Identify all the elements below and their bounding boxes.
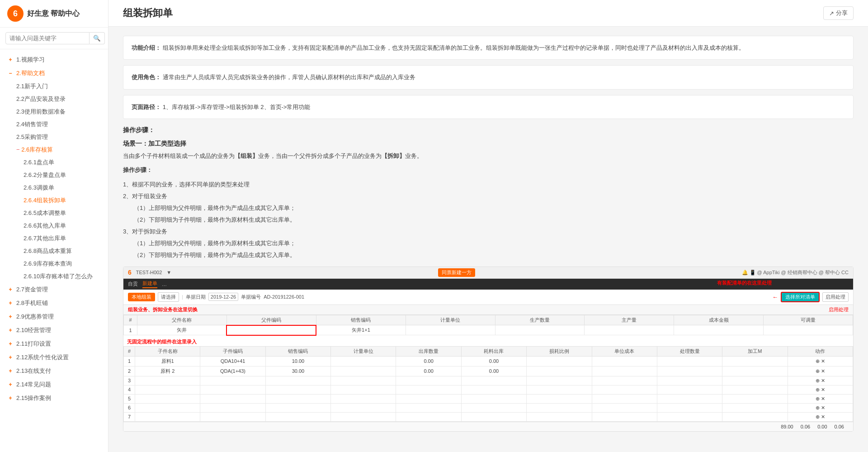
mock-separator: | (182, 294, 183, 300)
plus-icon-3: + (7, 300, 14, 306)
table-row: 1 原料1 QDA10+41 10.00 0.00 0.00 (124, 356, 853, 366)
b-td-out2: 0.00 (396, 366, 461, 376)
sidebar-item-2-6-1[interactable]: 2.6.1盘点单 (0, 156, 108, 169)
b-td-loss1 (527, 356, 592, 366)
mock-bth-ccode: 子件编码 (200, 346, 265, 356)
b-td-work1 (722, 356, 788, 366)
search-button[interactable]: 🔍 (90, 32, 105, 44)
mock-ann-arrow1: ← (772, 294, 778, 300)
sidebar-item-print[interactable]: + 2.11打印设置 (0, 337, 108, 351)
td-r1-main (585, 325, 674, 335)
mock-num-val: AD-20191226-001 (264, 294, 304, 300)
sidebar-item-inventory[interactable]: − 2.6库存核算 (0, 143, 108, 156)
logo-icon: 6 (7, 5, 24, 22)
step3-1: （1）上部明细为父件明细，最终作为原材料生成其它出库单； (123, 238, 854, 249)
mock-bth-unit: 计量单位 (331, 346, 396, 356)
sidebar-item-2-6-3[interactable]: 2.6.3调拨单 (0, 181, 108, 194)
mock-th-salecode: 销售编码 (316, 315, 406, 325)
mock-process-label: 启用处理 (829, 306, 849, 313)
td-r1-code (226, 325, 316, 335)
b-td-ucost1 (592, 356, 657, 366)
b-td-sale1: 10.00 (265, 356, 330, 366)
main-content: 组装拆卸单 ↗ 分享 功能介绍： 组装拆卸单用来处理企业组装或拆卸等加工业务，支… (108, 0, 868, 452)
ops-heading: 操作步骤： (123, 126, 854, 134)
mock-nav-new: 新建单 (142, 280, 157, 288)
b-td-2: 2 (124, 366, 135, 376)
sidebar-item-finance[interactable]: + 2.7资金管理 (0, 283, 108, 296)
sidebar-item-2-6-5[interactable]: 2.6.5成本调整单 (0, 207, 108, 219)
mock-nav-home: 自贡 (128, 281, 138, 287)
td-r1-num: 1 (124, 325, 137, 335)
mock-bth-work: 加工M (722, 346, 788, 356)
step2-1: （1）上部明细为父件明细，最终作为产成品生成其它入库单； (123, 202, 854, 214)
sidebar-item-2-6-6[interactable]: 2.6.6其他入库单 (0, 219, 108, 232)
sidebar-item-2-6-9[interactable]: 2.6.9库存账本查询 (0, 257, 108, 270)
mock-th-cost: 成本金额 (674, 315, 764, 325)
mock-bth-action: 动作 (788, 346, 853, 356)
mock-bth-cname: 子件名称 (135, 346, 200, 356)
search-input[interactable] (5, 32, 90, 44)
mock-topbar-icons: 🔔 📱 @ AppTiki @ 经销商帮中心 @ 帮中心 CC (742, 269, 849, 276)
sidebar-item-customization[interactable]: + 2.12系统个性化设置 (0, 351, 108, 364)
td-r1-unit (406, 325, 495, 335)
footer-val1: 89.00 (781, 424, 793, 429)
mock-doc-type: 本地组装 (128, 293, 155, 301)
app-title: 好生意 帮助中心 (27, 9, 80, 19)
share-icon: ↗ (829, 10, 834, 17)
role-block: 使用角色： 通常由生产人员或库管人员完成拆装业务的操作，库管人员确认原材料的出库… (123, 65, 854, 89)
step2: 2、对于组装业务 (123, 190, 854, 202)
sidebar-item-sales[interactable]: 2.4销售管理 (0, 118, 108, 131)
b-td-act2: ⊕ ✕ (788, 366, 853, 376)
sidebar-item-biz[interactable]: + 2.10经营管理 (0, 324, 108, 337)
mock-assembly-label: 组装业务、拆卸业务在这里切换 (128, 306, 198, 313)
sidebar-item-docs[interactable]: − 2.帮助文档 (0, 67, 108, 80)
plus-icon-2: + (7, 286, 14, 293)
sidebar-item-2-6-2[interactable]: 2.6.2分量盘点单 (0, 169, 108, 181)
td-r1-sale: 矢井1+1 (316, 325, 406, 335)
path-label: 页面路径： (132, 104, 161, 110)
b-td-code2: QDA(1+43) (200, 366, 265, 376)
sidebar-item-beginner[interactable]: 2.1新手入门 (0, 80, 108, 93)
mock-th-pcode: 父件编码 (226, 315, 316, 325)
table-row-empty-3: 3⊕ ✕ (124, 376, 853, 385)
sidebar-item-payment[interactable]: + 2.13在线支付 (0, 364, 108, 378)
sidebar-item-data-prep[interactable]: 2.3使用前数据准备 (0, 105, 108, 118)
intro-block: 功能介绍： 组装拆卸单用来处理企业组装或拆卸等加工业务，支持有固定装配清单的产品… (123, 36, 854, 60)
b-td-unit1 (331, 356, 396, 366)
mock-th-main: 主产量 (585, 315, 674, 325)
sidebar-item-cases[interactable]: + 2.15操作案例 (0, 391, 108, 405)
b-td-cost1: 0.00 (461, 356, 526, 366)
plus-icon: + (7, 57, 14, 63)
sidebar-item-purchase[interactable]: 2.5采购管理 (0, 131, 108, 143)
mock-bth-pqty: 处理数量 (657, 346, 722, 356)
table-row-empty-4: 4⊕ ✕ (124, 385, 853, 394)
role-text: 通常由生产人员或库管人员完成拆装业务的操作，库管人员确认原材料的出库和产成品的入… (163, 74, 415, 81)
sidebar-item-2-6-8[interactable]: 2.6.8商品成本重算 (0, 245, 108, 257)
sidebar-item-2-6-7[interactable]: 2.6.7其他出库单 (0, 232, 108, 245)
b-td-sale2: 30.00 (265, 366, 330, 376)
mock-bom-btn: 选择所对清单 (781, 292, 820, 302)
footer-val3: 0.00 (817, 424, 827, 429)
sidebar-item-2-6-10[interactable]: 2.6.10库存账本错了怎么办 (0, 270, 108, 283)
mock-th-pname: 父件名称 (137, 315, 227, 325)
nav-tree: + 1.视频学习 − 2.帮助文档 2.1新手入门 2.2产品安装及登录 2.3… (0, 49, 108, 452)
footer-val4: 0.06 (835, 424, 844, 429)
mock-bth-ucost: 单位成本 (592, 346, 657, 356)
search-box: 🔍 (0, 28, 108, 49)
sidebar-item-video[interactable]: + 1.视频学习 (0, 53, 108, 67)
sidebar-item-faq[interactable]: + 2.14常见问题 (0, 378, 108, 391)
sidebar-item-coupon[interactable]: + 2.9优惠券管理 (0, 310, 108, 324)
sidebar-item-install[interactable]: 2.2产品安装及登录 (0, 93, 108, 105)
table-row-empty-6: 6⊕ ✕ (124, 403, 853, 412)
sidebar-item-mobile[interactable]: + 2.8手机旺铺 (0, 296, 108, 310)
sidebar: 6 好生意 帮助中心 🔍 + 1.视频学习 − 2.帮助文档 2.1新手入门 2… (0, 0, 108, 452)
share-button[interactable]: ↗ 分享 (823, 6, 854, 20)
plus-icon-8: + (7, 368, 14, 374)
plus-icon-6: + (7, 341, 14, 347)
page-header: 组装拆卸单 ↗ 分享 (108, 0, 868, 27)
sidebar-item-2-6-4[interactable]: 2.6.4组装拆卸单 (0, 194, 108, 207)
scenario1-desc: 当由多个子件材料组装成一个成品的业务为【组装】业务，当由一个父件拆分成多个子产品… (123, 151, 854, 162)
scenario1-heading: 场景一：加工类型选择 (123, 140, 854, 148)
mock-process-btn: 启用处理 (822, 292, 849, 302)
plus-icon-10: + (7, 395, 14, 401)
